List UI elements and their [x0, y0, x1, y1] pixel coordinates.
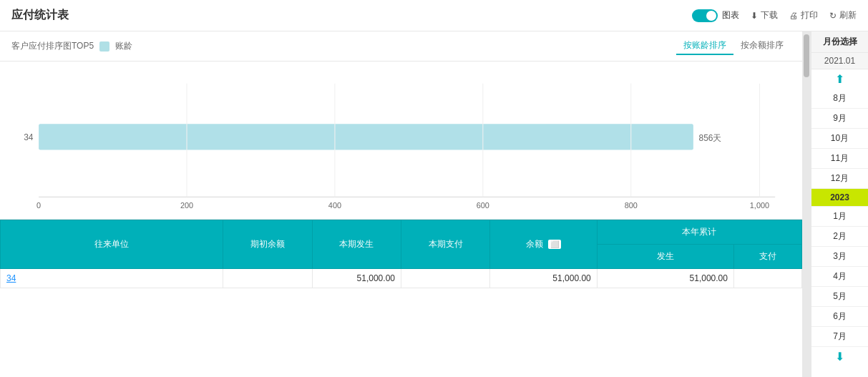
sort-buttons: 按账龄排序 按余额排序 — [676, 37, 791, 55]
header-actions: 图表 ⬇ 下载 🖨 打印 ↻ 刷新 — [692, 9, 857, 22]
svg-text:800: 800 — [625, 201, 638, 210]
sidebar-month-8[interactable]: 8月 — [811, 89, 868, 109]
legend-color-box — [99, 41, 109, 52]
scroll-thumb — [804, 34, 809, 77]
svg-text:600: 600 — [477, 201, 489, 210]
sidebar-header: 月份选择 — [811, 31, 868, 53]
refresh-icon: ↻ — [829, 11, 837, 21]
col-unit-header: 往来单位 — [1, 220, 223, 269]
legend-item-label: 账龄 — [115, 40, 132, 52]
chart-legend-label: 客户应付排序图TOP5 — [11, 40, 94, 52]
sidebar-month-12[interactable]: 12月 — [811, 169, 868, 189]
scrollbar — [802, 31, 811, 377]
download-button[interactable]: ⬇ 下载 — [751, 9, 778, 21]
chart-header: 客户应付排序图TOP5 账龄 按账龄排序 按余额排序 — [0, 31, 802, 62]
sidebar-down-button[interactable]: ⬇ — [811, 347, 868, 366]
sidebar-month-7[interactable]: 7月 — [811, 327, 868, 347]
sidebar-year-2023: 2023 — [811, 189, 868, 207]
col-ytd-amount-header: 发生 — [597, 245, 733, 269]
sidebar-month-4[interactable]: 4月 — [811, 267, 868, 287]
svg-rect-1 — [39, 124, 693, 150]
sidebar-month-11[interactable]: 11月 — [811, 149, 868, 169]
cell-unit: 34 — [1, 269, 223, 288]
sidebar-month-6[interactable]: 6月 — [811, 307, 868, 327]
cell-current-amount: 51,000.00 — [312, 269, 401, 288]
chart-legend: 客户应付排序图TOP5 账龄 — [11, 40, 132, 52]
sidebar-month-10[interactable]: 10月 — [811, 129, 868, 149]
col-ytd-header: 本年累计 — [597, 220, 801, 245]
download-icon: ⬇ — [751, 11, 758, 21]
data-table: 往来单位 期初余额 本期发生 本期支付 余额 ⬜ 本年累计 — [0, 220, 802, 288]
sort-by-amount-button[interactable]: 按账龄排序 — [676, 37, 733, 55]
sidebar-month-2[interactable]: 2月 — [811, 227, 868, 247]
table-section: 往来单位 期初余额 本期发生 本期支付 余额 ⬜ 本年累计 — [0, 219, 802, 288]
cell-opening — [223, 269, 312, 288]
svg-text:400: 400 — [328, 201, 341, 210]
svg-text:200: 200 — [180, 201, 193, 210]
unit-link[interactable]: 34 — [6, 273, 16, 283]
cell-ytd-payment — [733, 269, 801, 288]
svg-text:34: 34 — [24, 132, 34, 142]
chart-toggle-wrapper: 图表 — [692, 9, 739, 22]
col-balance-header: 余额 ⬜ — [490, 220, 597, 269]
table-header-row: 往来单位 期初余额 本期发生 本期支付 余额 ⬜ 本年累计 — [1, 220, 802, 245]
sidebar-month-1[interactable]: 1月 — [811, 207, 868, 227]
chart-toggle-label: 图表 — [722, 9, 739, 21]
col-current-amount-header: 本期发生 — [312, 220, 401, 269]
cell-balance: 51,000.00 — [490, 269, 597, 288]
refresh-button[interactable]: ↻ 刷新 — [829, 9, 857, 21]
sidebar-month-list: ⬆ 8月 9月 10月 11月 12月 2023 1月 2月 3月 4月 5月 … — [811, 69, 868, 377]
sidebar-year: 2021.01 — [811, 53, 868, 69]
chart-toggle[interactable] — [692, 9, 718, 22]
sidebar-month-9[interactable]: 9月 — [811, 109, 868, 129]
print-icon: 🖨 — [789, 11, 798, 21]
svg-text:856天: 856天 — [698, 133, 721, 143]
sort-by-balance-button[interactable]: 按余额排序 — [733, 37, 791, 55]
page-title: 应付统计表 — [11, 8, 69, 23]
table-row: 34 51,000.00 51,000.00 51,000.00 — [1, 269, 802, 288]
sidebar-month-3[interactable]: 3月 — [811, 247, 868, 267]
svg-text:1,000: 1,000 — [750, 201, 769, 210]
sidebar-up-button[interactable]: ⬆ — [811, 69, 868, 89]
col-opening-header: 期初余额 — [223, 220, 312, 269]
bar-chart: 34 856天 0 200 400 600 800 1,000 — [11, 67, 791, 213]
col-current-payment-header: 本期支付 — [401, 220, 489, 269]
svg-text:0: 0 — [36, 201, 41, 210]
sidebar-month-5[interactable]: 5月 — [811, 287, 868, 307]
cell-current-payment — [401, 269, 489, 288]
cell-ytd-amount: 51,000.00 — [597, 269, 733, 288]
chart-area: 34 856天 0 200 400 600 800 1,000 — [0, 62, 802, 219]
right-sidebar: 月份选择 2021.01 ⬆ 8月 9月 10月 11月 12月 2023 1月… — [811, 31, 868, 377]
print-button[interactable]: 🖨 打印 — [789, 9, 818, 21]
col-ytd-payment-header: 支付 — [733, 245, 801, 269]
